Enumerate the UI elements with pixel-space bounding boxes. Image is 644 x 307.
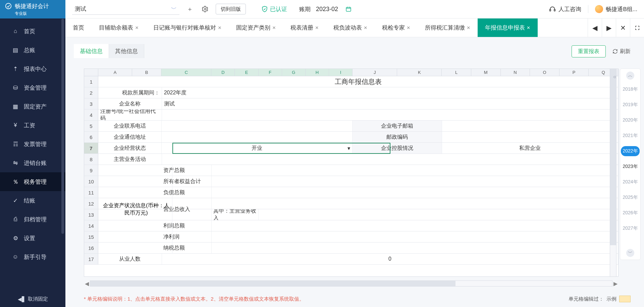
tab-7[interactable]: 所得税汇算清缴× (418, 18, 478, 37)
tab-close-icon[interactable]: × (315, 25, 319, 31)
year-rail-down[interactable]: ﹀ (626, 249, 634, 257)
tab-8[interactable]: 年报信息申报表× (478, 18, 538, 37)
cell[interactable]: 其中：主营业务收入 (211, 209, 259, 220)
row-header-9[interactable]: 9 (84, 165, 98, 176)
dropdown-icon[interactable]: ▾ (347, 145, 350, 151)
cell[interactable]: 测试 (162, 98, 618, 109)
year-2027年[interactable]: 2027年 (621, 223, 640, 233)
sheet-hscrollbar[interactable]: ◀ ▶ (84, 280, 619, 287)
tab-close-icon[interactable]: × (527, 25, 530, 31)
sidebar-item-6[interactable]: ☶发票管理 (0, 135, 65, 154)
settings-gear-icon[interactable] (200, 4, 210, 14)
tab-close-icon[interactable]: × (272, 25, 276, 31)
cell[interactable]: 工商年报信息表 (98, 76, 618, 87)
year-2022年[interactable]: 2022年 (621, 146, 640, 156)
col-header-D[interactable]: D (211, 69, 235, 76)
cell[interactable]: 企业控股情况 (353, 143, 442, 154)
customer-service[interactable]: 人工咨询 (549, 5, 581, 13)
cell[interactable]: 企业电子邮箱 (353, 121, 442, 131)
row-header-3[interactable]: 3 (84, 98, 98, 109)
row-header-4[interactable]: 4 (84, 109, 98, 120)
sidebar-unpin[interactable]: ◀▋ 取消固定 (0, 296, 65, 302)
row-header-6[interactable]: 6 (84, 132, 98, 142)
cell[interactable] (162, 121, 353, 131)
cell[interactable] (259, 209, 618, 220)
cell[interactable] (162, 132, 353, 142)
refresh-button[interactable]: 刷新 (612, 48, 631, 55)
col-header-C[interactable]: C (161, 69, 211, 76)
subtab-0[interactable]: 基础信息 (74, 44, 109, 58)
col-header-J[interactable]: J (353, 69, 397, 76)
cell[interactable]: 企业通信地址 (98, 132, 162, 142)
cell[interactable]: 主营业务活动 (98, 154, 162, 165)
col-header-H[interactable]: H (306, 69, 329, 76)
year-2021年[interactable]: 2021年 (621, 131, 640, 141)
tabs-close-current[interactable]: ✕ (616, 18, 630, 37)
row-header-15[interactable]: 15 (84, 231, 98, 242)
spreadsheet[interactable]: ABCDEFGHIJKLMNOPQ 1工商年报信息表2税款所属期间：2022年度… (84, 69, 619, 277)
year-2023年[interactable]: 2023年 (621, 162, 640, 172)
subtab-1[interactable]: 其他信息 (109, 44, 144, 58)
tab-1[interactable]: 目辅助余额表× (92, 18, 146, 37)
sidebar-item-8[interactable]: ％税务管理 (0, 172, 65, 191)
cell[interactable]: 企业名称 (98, 98, 162, 109)
cell[interactable] (162, 154, 618, 165)
row-header-14[interactable]: 14 (84, 220, 98, 231)
year-2019年[interactable]: 2019年 (621, 100, 640, 110)
cell[interactable]: 0 (162, 254, 618, 264)
year-2026年[interactable]: 2026年 (621, 208, 640, 218)
switch-old-version-button[interactable]: 切到旧版 (216, 4, 246, 14)
tab-5[interactable]: 税负波动表× (326, 18, 375, 37)
tab-close-icon[interactable]: × (364, 25, 367, 31)
row-header-10[interactable]: 10 (84, 176, 98, 187)
tab-0[interactable]: 首页 (65, 18, 92, 37)
cell[interactable] (212, 187, 618, 198)
row-header-11[interactable]: 11 (84, 187, 98, 198)
org-selector[interactable]: 测试 ﹀ (72, 3, 179, 15)
cell[interactable] (212, 198, 618, 209)
tab-4[interactable]: 税表清册× (283, 18, 326, 37)
tab-close-icon[interactable]: × (467, 25, 470, 31)
col-header-B[interactable]: B (132, 69, 162, 76)
col-header-M[interactable]: M (471, 69, 501, 76)
row-header-17[interactable]: 17 (84, 254, 98, 264)
tabs-scroll-left[interactable]: ◀ (588, 18, 602, 37)
cell[interactable]: 企业经营状态 (98, 143, 162, 154)
col-header-K[interactable]: K (397, 69, 442, 76)
reset-report-button[interactable]: 重置报表 (572, 45, 606, 57)
tab-6[interactable]: 税检专家× (375, 18, 418, 37)
tab-3[interactable]: 固定资产类别× (229, 18, 283, 37)
tabs-scroll-right[interactable]: ▶ (602, 18, 616, 37)
row-header-1[interactable]: 1 (84, 76, 98, 87)
cell[interactable] (212, 231, 618, 242)
year-rail-up[interactable]: ︿ (626, 72, 634, 80)
col-header-E[interactable]: E (235, 69, 258, 76)
cell[interactable] (212, 243, 618, 253)
sidebar-item-3[interactable]: ⛁资金管理 (0, 78, 65, 97)
sidebar-scrollbar[interactable] (61, 19, 64, 234)
row-header-12[interactable]: 12 (84, 198, 98, 209)
col-header-A[interactable]: A (98, 69, 132, 76)
cell[interactable] (162, 109, 618, 120)
cell[interactable]: 注册号/统一社会信用代码 (98, 109, 162, 120)
sheet-vscrollbar[interactable] (610, 69, 616, 277)
sidebar-item-2[interactable]: ⇡报表中心 (0, 59, 65, 78)
period-value[interactable]: 2023-02 (316, 6, 338, 13)
user-menu[interactable]: 畅捷通B组... (595, 5, 637, 13)
row-header-2[interactable]: 2 (84, 87, 98, 98)
cell[interactable]: 从业人数 (98, 254, 162, 264)
cell[interactable]: 私营企业 (442, 143, 618, 154)
col-header-N[interactable]: N (501, 69, 530, 76)
row-header-5[interactable]: 5 (84, 121, 98, 131)
col-header-G[interactable]: G (282, 69, 306, 76)
cell[interactable]: 税款所属期间： (98, 87, 162, 98)
cell[interactable]: 2022年度 (162, 87, 618, 98)
collapse-year-rail[interactable]: « (612, 72, 618, 81)
calendar-icon[interactable] (343, 4, 354, 14)
col-header-O[interactable]: O (530, 69, 559, 76)
sidebar-item-7[interactable]: ⇋进销台账 (0, 154, 65, 172)
col-header-F[interactable]: F (259, 69, 282, 76)
tab-close-icon[interactable]: × (135, 25, 139, 31)
year-2025年[interactable]: 2025年 (621, 192, 640, 203)
add-button[interactable]: ＋ (185, 4, 195, 14)
